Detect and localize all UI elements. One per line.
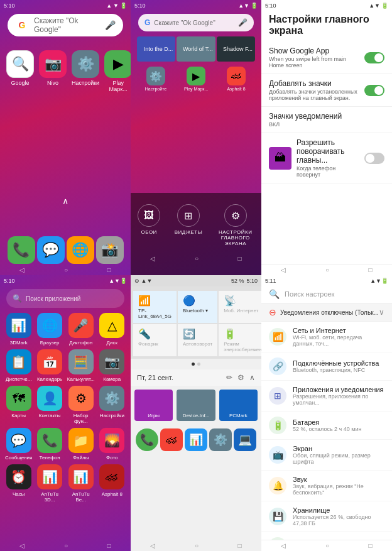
drawer-chevron[interactable]: ∧ [62, 196, 68, 206]
nav-recents-4[interactable]: □ [107, 542, 111, 549]
recent-device-info[interactable]: Device-Inf... [177, 390, 215, 421]
drawer-app-drive[interactable]: △Диск [99, 313, 126, 346]
notifications-icon: ⊖ [269, 307, 276, 317]
time-6: 5:11 [265, 278, 276, 284]
status-icons-1: ▲ ▼ 🔋 [106, 3, 127, 9]
time-3: 5:10 [265, 3, 276, 9]
dock-phone[interactable]: 📞 [6, 236, 36, 264]
drawer-app-asphalt[interactable]: 🏎Asphalt 8 [99, 464, 126, 503]
menu-home-settings[interactable]: ⚙ НАСТРОЙКИ ГЛАВНОГО ЭКРАНА [217, 204, 254, 246]
settings-connected[interactable]: 🔗 Подключённые устройства Bluetooth, тра… [261, 352, 392, 381]
nav-home[interactable]: ○ [64, 266, 68, 273]
mic-icon-mini[interactable]: 🎤 [238, 18, 248, 27]
drawer-app-dispatch[interactable]: 📋Диспетче... [5, 349, 32, 382]
qs-pcmark-btn[interactable]: 💻 [234, 428, 256, 451]
recent-game-app[interactable]: Игры [134, 390, 173, 421]
nav-back[interactable]: ◁ [19, 266, 24, 273]
drawer-app-calendar[interactable]: 📅Календарь [36, 349, 63, 382]
drawer-app-settings[interactable]: ⚙️Настройки [99, 386, 126, 424]
mini-search[interactable]: G Скажите "Ok Google" 🎤 [138, 14, 254, 31]
dock-messages[interactable]: 💬 [36, 236, 65, 264]
settings-icon-row2[interactable]: ⚙️ Настройте [137, 67, 175, 91]
notifications-bar[interactable]: ⊖ Уведомления отключены (Тольк... ∨ [261, 303, 392, 322]
settings-battery[interactable]: 🔋 Батарея 52 %, осталось 2 ч 40 мин [261, 412, 392, 440]
qs-app3-btn[interactable]: ⚙️ [209, 428, 232, 451]
search-settings-icon: 🔍 [269, 289, 280, 299]
app-google[interactable]: 🔍 Google [6, 50, 34, 92]
drawer-app-antutu3d[interactable]: 📊AnTuTu 3D... [36, 464, 63, 503]
settings-display[interactable]: 📺 Экран Обои, спящий режим, размер шрифт… [261, 440, 392, 471]
recent-pcmark[interactable]: PCMark [219, 390, 258, 421]
google-search-bar[interactable]: G Скажите "Ok Google" 🎤 [8, 14, 123, 36]
drawer-search[interactable]: 🔍 Поиск приложений [6, 289, 124, 308]
drawer-app-func[interactable]: ⚙Набор фун... [67, 386, 95, 424]
display-sub: Обои, спящий режим, размер шрифта [293, 452, 384, 465]
clock-icon: ⏰ [6, 464, 31, 489]
drawer-app-photos[interactable]: 🌄Фото [99, 428, 126, 461]
drawer-app-maps[interactable]: 🗺Карты [5, 386, 32, 424]
qs-battery-pct: 52 % [231, 278, 244, 284]
nav-back-6[interactable]: ◁ [281, 542, 286, 549]
edit-icon[interactable]: ✏ [226, 373, 232, 382]
dock-camera[interactable]: 📸 [95, 236, 124, 264]
expand-qs-icon[interactable]: ∧ [249, 373, 255, 382]
drawer-app-phone[interactable]: 📞Телефон [36, 428, 63, 461]
settings-qs-icon[interactable]: ⚙ [237, 373, 244, 382]
drawer-app-contacts[interactable]: 👤Контакты [36, 386, 63, 424]
qs-app1-btn[interactable]: 🏎 [160, 428, 183, 451]
apps-icon: ⊞ [269, 387, 286, 405]
settings-sound[interactable]: 🔔 Звук Звук, вибрация, режим "Не беспоко… [261, 471, 392, 501]
drawer-app-3dmark[interactable]: 📊3DMark [5, 313, 32, 346]
drawer-app-antutu[interactable]: 📊AnTuTu Be... [67, 464, 95, 503]
nav-home-3[interactable]: ○ [325, 266, 329, 273]
mic-icon[interactable]: 🎤 [105, 20, 116, 30]
settings-apps[interactable]: ⊞ Приложения и уведомления Разрешения, п… [261, 381, 392, 412]
nav-recents-5[interactable]: □ [238, 542, 242, 549]
drawer-app-camera[interactable]: 📷Камера [99, 349, 126, 382]
google-app-toggle[interactable] [364, 52, 384, 63]
drawer-app-calc[interactable]: 🧮Калькулят... [67, 349, 95, 382]
qs-tile-battery-saver[interactable]: 🔋 Режим энергосбережения [219, 324, 261, 356]
menu-wallpaper[interactable]: 🖼 ОБОИ [138, 204, 160, 246]
nav-back-5[interactable]: ◁ [150, 542, 155, 549]
nav-back-3[interactable]: ◁ [281, 266, 286, 273]
notifications-content: ⊖ Уведомления отключены (Тольк... [269, 307, 379, 317]
drawer-app-files[interactable]: 📁Файлы [67, 428, 95, 461]
sound-sub: Звук, вибрация, режим "Не беспокоить" [293, 483, 384, 496]
app-play[interactable]: ▶ Play Марк... [104, 50, 131, 92]
nav-recents-3[interactable]: □ [369, 266, 373, 273]
play-icon-row2[interactable]: ▶ Play Марк... [177, 67, 215, 91]
nav-recents[interactable]: □ [107, 266, 111, 273]
rotate-toggle[interactable] [364, 153, 384, 164]
qs-tile-wifi[interactable]: 📶 TP-Link_68A4_5G [133, 291, 177, 323]
nav-home-6[interactable]: ○ [325, 542, 329, 549]
settings-storage[interactable]: 💾 Хранилище Используется 26 %, свободно … [261, 501, 392, 532]
nav-back-2[interactable]: ◁ [150, 255, 155, 262]
drawer-app-dictaphone[interactable]: 🎤Диктофон [67, 313, 95, 346]
drawer-app-messages[interactable]: 💬Сообщения [5, 428, 32, 461]
app-settings-home[interactable]: ⚙️ Настройки [72, 50, 99, 92]
qs-tile-autorotate[interactable]: 🔄 Автоповорот [178, 324, 217, 356]
qs-tile-flashlight[interactable]: 🔦 Фонарик [133, 324, 177, 356]
nav-recents-6[interactable]: □ [369, 542, 373, 549]
qs-app2-btn[interactable]: 📊 [185, 428, 207, 451]
qs-phone-btn[interactable]: 📞 [136, 428, 158, 451]
app-nivo[interactable]: 📷 Nivo [39, 50, 67, 92]
qs-tile-mobile[interactable]: 📡 Моб. Интернет [219, 291, 261, 323]
mobile-tile-label: Моб. Интернет [224, 308, 258, 314]
nav-recents-2[interactable]: □ [238, 255, 242, 262]
drawer-app-browser[interactable]: 🌐Браузер [36, 313, 63, 346]
nav-home-4[interactable]: ○ [64, 542, 68, 549]
notifications-expand[interactable]: ∨ [379, 308, 384, 317]
nav-home-5[interactable]: ○ [195, 542, 199, 549]
nav-home-2[interactable]: ○ [195, 255, 199, 262]
drawer-app-clock[interactable]: ⏰Часы [5, 464, 32, 503]
dock-browser[interactable]: 🌐 [65, 236, 95, 264]
panel-home-menu: 5:10 ▲▼ 🔋 G Скажите "Ok Google" 🎤 Into t… [131, 0, 261, 275]
qs-tile-bluetooth[interactable]: 🔵 Bluetooth ▾ [178, 291, 217, 323]
menu-widgets[interactable]: ⊞ ВИДЖЕТЫ [175, 204, 203, 246]
settings-network[interactable]: 📶 Сеть и Интернет Wi-Fi, моб. сети, пере… [261, 322, 392, 352]
add-icons-toggle[interactable] [364, 85, 384, 96]
asphalt-icon-row2[interactable]: 🏎 Asphalt 8 [217, 67, 255, 91]
nav-back-4[interactable]: ◁ [19, 542, 24, 549]
